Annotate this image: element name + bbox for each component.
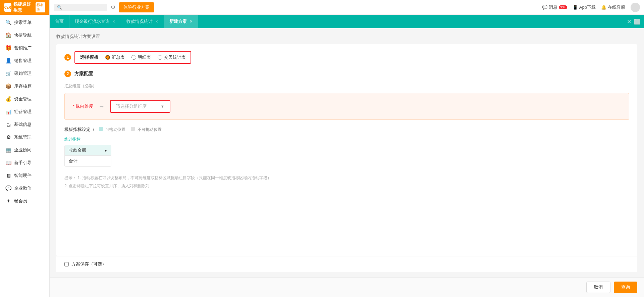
section1-header: 1 选择模板 汇总表 明细表 交叉统: [64, 51, 629, 64]
sidebar-item-sales[interactable]: 👤 销售管理: [0, 54, 49, 67]
sidebar-item-purchase[interactable]: 🛒 采购管理: [0, 67, 49, 80]
support-button[interactable]: 🔔 在线客服: [601, 4, 625, 10]
user-icon: 👤: [5, 58, 11, 64]
sidebar-item-member[interactable]: ✦ 畅会员: [0, 195, 49, 207]
radio-cross-input[interactable]: [158, 55, 162, 60]
tab-collection-close[interactable]: ✕: [155, 19, 158, 24]
template-radio-group: 汇总表 明细表 交叉统计表: [105, 54, 186, 60]
download-button[interactable]: 📱 App下载: [573, 4, 596, 10]
radio-summary[interactable]: 汇总表: [105, 54, 125, 60]
dimension-row: * 纵向维度 → 请选择分组维度 ▼: [73, 100, 621, 113]
dimension-select-placeholder: 请选择分组维度: [116, 103, 147, 109]
sidebar-item-inventory[interactable]: 📦 库存核算: [0, 80, 49, 93]
sidebar-item-label: 系统管理: [14, 134, 32, 140]
tab-home-label: 首页: [55, 18, 64, 24]
tab-bank-close[interactable]: ✕: [112, 19, 115, 24]
section2: 2 方案配置 汇总维度（必选） * 纵向维度 → 请选择分组维度: [64, 70, 629, 190]
sidebar-item-hardware[interactable]: 🖥 智能硬件: [0, 169, 49, 182]
dimension-select[interactable]: 请选择分组维度 ▼: [110, 100, 170, 113]
member-icon: ✦: [5, 198, 11, 204]
section2-title: 方案配置: [74, 71, 93, 77]
trial-button[interactable]: 体验行业方案: [119, 2, 154, 12]
tab-collection[interactable]: 收款情况统计 ✕: [121, 15, 164, 28]
chart-icon: 📊: [5, 109, 11, 115]
tab-new-plan-label: 新建方案: [169, 18, 187, 24]
radio-cross[interactable]: 交叉统计表: [158, 54, 186, 60]
radio-detail-label: 明细表: [138, 54, 151, 60]
topbar: 🔍 ⚙ 体验行业方案 💬 消息 99+ 📱 App下载 🔔 在线客服: [50, 0, 644, 15]
indicator-section: 模板指标设定（ 可拖动位置 不可拖动位置: [64, 127, 629, 168]
stats-table: 收款金额 ▾ 合计: [64, 145, 111, 167]
radio-summary-input[interactable]: [105, 55, 110, 60]
dropdown-icon[interactable]: ▾: [105, 148, 107, 153]
chat-icon: 💬: [5, 185, 11, 191]
sidebar-item-label: 营销推广: [14, 45, 32, 51]
box-icon: 📦: [5, 83, 11, 89]
indicator-header: 模板指标设定（ 可拖动位置 不可拖动位置: [64, 127, 629, 133]
sidebar-item-enterprise[interactable]: 🏢 企业协同: [0, 144, 49, 156]
main-area: 🔍 ⚙ 体验行业方案 💬 消息 99+ 📱 App下载 🔔 在线客服 首页: [50, 0, 644, 297]
sidebar-item-search[interactable]: 🔍 搜索菜单: [0, 16, 49, 29]
draggable-legend-dot: [99, 127, 103, 131]
sidebar-item-wechat[interactable]: 💬 企业微信: [0, 182, 49, 195]
search-icon: 🔍: [5, 19, 11, 26]
maximize-button[interactable]: ⬜: [634, 18, 641, 25]
sidebar-item-guide[interactable]: 📖 新手引导: [0, 156, 49, 169]
sidebar-item-finance[interactable]: 💰 资金管理: [0, 93, 49, 105]
indicator-title: 模板指标设定（: [64, 127, 95, 133]
sidebar-item-basic-info[interactable]: 🗂 基础信息: [0, 118, 49, 131]
tab-new-plan-close[interactable]: ✕: [190, 19, 193, 24]
sidebar-item-label: 销售管理: [14, 58, 32, 64]
tabbar-actions: ✕ ⬜: [627, 18, 644, 25]
save-section: 方案保存（可选）: [56, 256, 637, 272]
arrow-icon: →: [99, 103, 105, 110]
stats-column-name: 收款金额: [69, 147, 86, 153]
message-icon: 💬: [542, 5, 547, 10]
sidebar-item-business[interactable]: 📊 经营管理: [0, 105, 49, 118]
close-all-button[interactable]: ✕: [627, 18, 631, 25]
radio-detail-input[interactable]: [131, 55, 136, 60]
sidebar-item-marketing[interactable]: 🎁 营销推广: [0, 42, 49, 54]
page-content: 收款情况统计方案设置 1 选择模板 汇总表 明细表: [50, 28, 644, 277]
sidebar-logo: CaR 畅捷通好生意 标准版: [0, 0, 49, 15]
sidebar-item-system[interactable]: ⚙ 系统管理: [0, 131, 49, 144]
sidebar-item-label: 库存核算: [14, 83, 32, 89]
query-button[interactable]: 查询: [614, 282, 637, 293]
topbar-search-box[interactable]: 🔍: [54, 4, 107, 11]
sidebar-item-label: 搜索菜单: [14, 19, 32, 26]
search-icon-topbar: 🔍: [57, 5, 62, 10]
stats-row-value: 合计: [69, 158, 77, 163]
sidebar-nav: 🔍 搜索菜单 🏠 快捷导航 🎁 营销推广 👤 销售管理 🛒 采购管理 📦 库存核…: [0, 15, 49, 297]
sidebar-item-label: 企业微信: [14, 185, 32, 191]
download-icon: 📱: [573, 5, 578, 10]
stats-table-header[interactable]: 收款金额 ▾: [65, 145, 111, 156]
support-icon: 🔔: [601, 5, 606, 10]
fixed-legend-dot: [131, 127, 135, 131]
template-select-wrapper: 选择模板 汇总表 明细表 交叉统计表: [74, 51, 191, 64]
gear-icon: ⚙: [5, 134, 11, 140]
save-checkbox[interactable]: [64, 262, 69, 266]
sidebar-item-label: 基础信息: [14, 121, 32, 128]
indicator-legend: 可拖动位置 不可拖动位置: [99, 127, 162, 133]
avatar[interactable]: [631, 3, 640, 12]
sidebar-item-quick-nav[interactable]: 🏠 快捷导航: [0, 29, 49, 42]
cancel-button[interactable]: 取消: [586, 282, 610, 293]
message-badge: 99+: [559, 5, 567, 9]
app-logo-icon: CaR: [4, 3, 11, 12]
sidebar-item-label: 经营管理: [14, 109, 32, 115]
stats-table-row: 合计: [65, 156, 111, 166]
tips-section: 提示： 1. 拖动标题栏可以调整布局，不可跨维度或指标区域拖动栏目字段（只能在同…: [64, 175, 629, 190]
footer-actions: 取消 查询: [50, 277, 644, 297]
settings-icon[interactable]: ⚙: [111, 4, 115, 10]
sidebar-item-label: 企业协同: [14, 147, 32, 153]
cart-icon: 🛒: [5, 70, 11, 77]
radio-detail[interactable]: 明细表: [131, 54, 151, 60]
tab-home[interactable]: 首页: [50, 15, 69, 28]
tab-new-plan[interactable]: 新建方案 ✕: [164, 15, 198, 28]
message-button[interactable]: 💬 消息 99+: [542, 4, 567, 10]
tip-2: 2. 点击标题栏下拉可设置排序、插入列和删除列: [64, 183, 629, 190]
fixed-legend-label: 不可拖动位置: [138, 127, 162, 132]
money-icon: 💰: [5, 96, 11, 102]
tab-bank[interactable]: 现金银行流水查询 ✕: [69, 15, 121, 28]
sidebar-item-label: 快捷导航: [14, 32, 32, 38]
